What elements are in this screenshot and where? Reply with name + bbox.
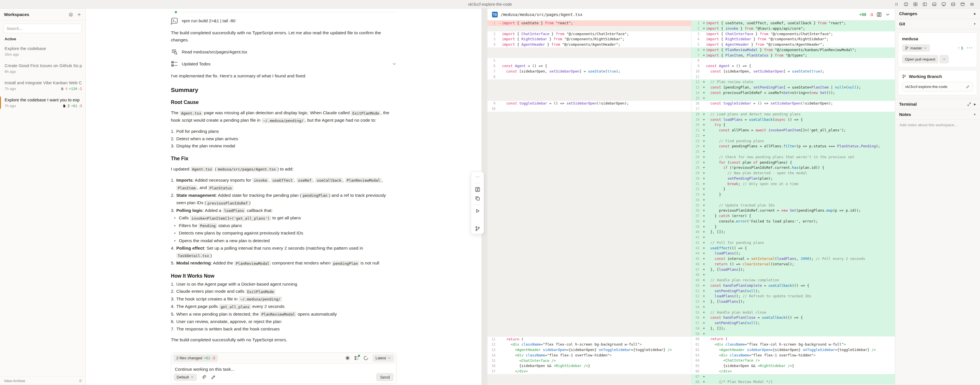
diff-line[interactable]: 60 return (	[691, 336, 895, 342]
diff-line[interactable]: 3import { ChatInterface } from "@/compon…	[691, 32, 895, 37]
diff-line[interactable]: 10	[487, 106, 691, 112]
edit-pencil-icon[interactable]	[966, 84, 970, 89]
pause-icon[interactable]	[894, 2, 899, 6]
window-icon[interactable]	[960, 2, 965, 6]
diff-line[interactable]: 51+ setPendingPlan(null);	[691, 288, 895, 294]
copy-icon[interactable]	[475, 196, 480, 201]
todos-status-icon[interactable]	[354, 356, 359, 360]
diff-line[interactable]: 15+	[691, 95, 895, 101]
workspace-item[interactable]: Install and integrate Vibe Kanban Web C7…	[0, 77, 86, 94]
diff-line[interactable]: 1+import { useState, useEffect, useRef, …	[691, 21, 895, 26]
rows-icon[interactable]	[951, 2, 955, 6]
diff-line[interactable]: 35+ // Update tracked plan IDs	[691, 203, 895, 208]
diff-line[interactable]: 44+ loadPlans();	[691, 251, 895, 256]
diff-line[interactable]: 27+ for (const plan of pendingPlans) {	[691, 160, 895, 165]
workspace-item[interactable]: Create Good First Issues on Github So p6…	[0, 60, 86, 76]
diff-line[interactable]: 48+	[691, 272, 895, 278]
diff-line[interactable]: 25+	[691, 149, 895, 154]
diff-line[interactable]: 20+ try {	[691, 122, 895, 128]
section-changes[interactable]: Changes ▶	[895, 9, 980, 19]
diff-line[interactable]: 66 </div>	[691, 369, 895, 374]
sidebar-left-icon[interactable]	[923, 2, 927, 6]
diff-line[interactable]: 47+ }, [loadPlans]);	[691, 267, 895, 272]
diff-line[interactable]: 57+ setPendingPlan(null);	[691, 320, 895, 326]
more-options-icon[interactable]: ···	[967, 45, 973, 51]
diff-line[interactable]: 1-import { useState } from "react";	[487, 21, 691, 26]
diff-line[interactable]: 7+import { PlanItem, PlanStatus } from "…	[691, 53, 895, 58]
diff-line[interactable]: 29+ // New plan detected - open the moda…	[691, 170, 895, 176]
diff-line[interactable]: 16 {sidebarOpen && <RightSidebar />}	[487, 363, 691, 369]
diff-line[interactable]: 36+ previousPlanIdsRef.current = new Set…	[691, 208, 895, 213]
diff-line[interactable]: 24+ const pendingPlans = allPlans.filter…	[691, 144, 895, 149]
diff-line[interactable]: 58+ }, []);	[691, 326, 895, 331]
diff-line[interactable]: 19+ const loadPlans = useCallback(async …	[691, 117, 895, 123]
diff-line[interactable]: 15 <ChatInterface />	[487, 358, 691, 364]
diff-line[interactable]: 14 <div className="flex flex-1 overflow-…	[487, 353, 691, 358]
diff-line[interactable]: 17 </div>	[487, 369, 691, 374]
play-icon[interactable]	[475, 208, 480, 214]
diff-line[interactable]: 17	[691, 106, 895, 112]
columns-icon[interactable]	[904, 2, 908, 6]
diff-line[interactable]: 39+ }	[691, 224, 895, 230]
diff-line[interactable]: 21+ const allPlans = await invoke<PlanIt…	[691, 128, 895, 133]
diff-line[interactable]: 2import { ChatInterface } from "@/compon…	[487, 32, 691, 37]
diff-line[interactable]: 5	[487, 58, 691, 64]
diff-line[interactable]: 34+	[691, 197, 895, 203]
diff-line[interactable]: 9const Agent = () => {	[691, 64, 895, 69]
diff-line[interactable]: 4import { RightSidebar } from "@/compone…	[691, 37, 895, 42]
diff-line[interactable]: 13+ const [pendingPlan, setPendingPlan] …	[691, 85, 895, 90]
pr-dropdown-button[interactable]	[939, 55, 949, 64]
diff-line[interactable]: 61 <div className="flex flex-col h-scree…	[691, 342, 895, 347]
diff-line[interactable]: 12+ // Plan review state	[691, 80, 895, 85]
monitor-icon[interactable]	[942, 2, 946, 6]
monitor-icon[interactable]	[475, 217, 480, 223]
diff-line[interactable]: 59+	[691, 331, 895, 337]
diff-line[interactable]: 22+	[691, 133, 895, 138]
files-changed-pill[interactable]: 2 files changed +61 -3	[173, 355, 218, 362]
view-archive-link[interactable]: View Archive	[4, 379, 25, 383]
attach-file-icon[interactable]	[201, 375, 206, 380]
diff-line[interactable]: 43+ useEffect(() => {	[691, 246, 895, 251]
diff-line[interactable]: 54+	[691, 304, 895, 310]
panel-bottom-icon[interactable]	[932, 2, 937, 6]
diff-line[interactable]: 46+ return () => clearInterval(interval)…	[691, 262, 895, 267]
diff-line[interactable]: 38+ console.error('Failed to load plans:…	[691, 219, 895, 224]
diff-line[interactable]: 23+ // Find pending plans	[691, 138, 895, 144]
diff-line[interactable]: 50+ const handlePlanComplete = useCallba…	[691, 283, 895, 288]
burst-icon[interactable]	[345, 356, 350, 360]
section-notes[interactable]: Notes ▼	[895, 110, 980, 120]
pen-icon[interactable]	[211, 375, 216, 380]
section-git[interactable]: Git ▼	[895, 19, 980, 29]
diff-line[interactable]: 41+	[691, 235, 895, 240]
diff-line[interactable]: 14+ const previousPlanIdsRef = useRef<Se…	[691, 90, 895, 95]
diff-line[interactable]: 10 const [sidebarOpen, setSidebarOpen] =…	[691, 69, 895, 74]
mode-select[interactable]: Default	[174, 374, 197, 381]
diff-line[interactable]: 11	[691, 74, 895, 80]
tool-call-row[interactable]: Updated Todos	[171, 60, 396, 67]
diff-line[interactable]: 68+ {/* Plan Review Modal */}	[691, 379, 895, 385]
diff-line[interactable]: 49+ // Handle plan review completion	[691, 278, 895, 283]
diff-line[interactable]: 26+ // Check for new pending plans that …	[691, 154, 895, 160]
diff-line[interactable]: 56+ const handlePlanClose = useCallback(…	[691, 315, 895, 320]
expand-icon[interactable]	[967, 102, 971, 106]
diff-line[interactable]: 45+ const interval = setInterval(loadPla…	[691, 256, 895, 262]
chevron-down-icon[interactable]	[885, 12, 890, 17]
diff-line[interactable]: 31+ break; // Only open one at a time	[691, 181, 895, 187]
diff-view-icon[interactable]	[475, 187, 480, 192]
diff-line[interactable]: 65 {sidebarOpen && <RightSidebar />}	[691, 363, 895, 369]
git-branch-icon[interactable]	[475, 226, 480, 231]
diff-line[interactable]: 6const Agent = () => {	[487, 64, 691, 69]
drag-handle-icon[interactable]	[475, 174, 480, 180]
diff-line[interactable]: 40+ }, []);	[691, 229, 895, 235]
diff-line[interactable]: 11 return (	[487, 337, 691, 342]
diff-line[interactable]: 30+ setPendingPlan(plan);	[691, 176, 895, 181]
working-branch-input[interactable]: vk/3ccf-explore-the-code	[902, 82, 973, 91]
notes-placeholder[interactable]: Add notes about this workspace...	[895, 120, 980, 130]
diff-line[interactable]: 33+ }	[691, 192, 895, 197]
diff-line[interactable]: 64 <ChatInterface />	[691, 358, 895, 363]
diff-line[interactable]: 16 const toggleSidebar = () => setSideba…	[691, 101, 895, 106]
diff-view-icon[interactable]	[877, 12, 882, 17]
tool-call-row[interactable]: Read medusa/src/pages/Agent.tsx	[171, 48, 396, 56]
tool-call-row[interactable]: npm run build 2>&1 | tail -80	[171, 17, 396, 24]
add-workspace-icon[interactable]	[77, 12, 81, 17]
